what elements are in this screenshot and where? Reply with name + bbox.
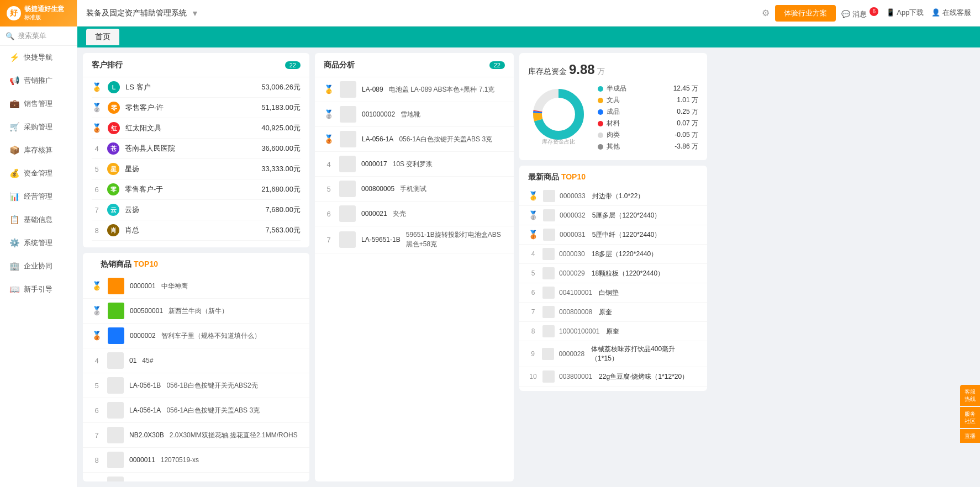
rank-num: 6 (92, 186, 102, 194)
new-product-row: 8 10000100001 原奎 (519, 322, 707, 341)
messages-link[interactable]: 💬 消息 6 (841, 7, 878, 19)
customer-name: 零售客户-于 (125, 184, 256, 194)
customer-row: 6 零 零售客户-于 21,680.00元 (92, 179, 301, 200)
product-code: 0000002 (130, 332, 156, 340)
product-code: LA-056-1A (362, 135, 393, 143)
new-product-row: 4 0000030 18多层（1220*2440） (519, 245, 707, 264)
product-image (543, 229, 555, 241)
trial-btn[interactable]: 体验行业方案 (775, 5, 836, 22)
purchase-icon: 🛒 (9, 122, 19, 132)
search-menu[interactable]: 🔍 搜索菜单 (0, 27, 77, 46)
product-image (542, 306, 555, 318)
medal-icon: 🥇 (528, 191, 539, 201)
legend-label: 成品 (607, 107, 673, 117)
logo-text: 畅捷通好生意 标准版 (24, 5, 64, 22)
customer-name: 零售客户-许 (125, 103, 256, 113)
product-code: 0000030 (559, 250, 585, 258)
new-product-row: 5 0000029 18颗粒板（1220*2440） (519, 264, 707, 283)
legend-label: 半成品 (607, 84, 670, 93)
product-analysis-row: 🥉 LA-056-1A 056-1A白色按键开关盖ABS 3克 (315, 127, 514, 152)
rank-num: 9 (528, 350, 538, 358)
float-btn-0[interactable]: 客服 热线 (960, 385, 980, 406)
rank-num: 8 (92, 456, 102, 464)
customer-badge: 红 (108, 122, 120, 134)
customer-amount: 53,006.26元 (261, 82, 301, 92)
inventory-icon: 📦 (9, 145, 19, 155)
product-image (542, 267, 555, 279)
legend-item: 半成品 12.45 万 (598, 84, 698, 93)
product-image (542, 348, 554, 360)
product-code: 0000021 (361, 210, 387, 218)
product-code: 0000032 (560, 211, 586, 219)
product-analysis-row: 4 0000017 10S 变利罗浆 (315, 152, 514, 177)
medal-icon: 🥈 (92, 306, 102, 316)
product-code: 000800005 (361, 185, 394, 193)
product-image (340, 81, 356, 98)
new-product-row: 🥉 0000031 5厘中纤（1220*2440） (519, 225, 707, 245)
customer-row: 🥈 零 零售客户-许 51,183.00元 (92, 98, 301, 118)
medal-icon: 🥉 (324, 134, 334, 144)
medal-icon: 🥉 (528, 230, 539, 240)
donut-chart: 库存资金占比 (528, 84, 589, 145)
product-image (107, 377, 124, 394)
legend-item: 文具 1.01 万 (598, 96, 698, 105)
rank-num: 6 (92, 406, 102, 415)
legend-item: 成品 0.25 万 (598, 107, 698, 117)
tab-home[interactable]: 首页 (86, 29, 119, 45)
topbar-title: 装备及固定资产辅助管理系统 ▼ (86, 8, 756, 18)
online-service-link[interactable]: 👤 在线客服 (931, 8, 971, 18)
sidebar-item-sales[interactable]: 💼销售管理 (0, 92, 77, 115)
sidebar-item-finance[interactable]: 💰资金管理 (0, 162, 77, 185)
float-btn-1[interactable]: 服务 社区 (960, 407, 980, 428)
hot-product-row: 🥉 0000002 智利车子里（规格不知道填什么） (83, 324, 309, 348)
sidebar-item-inventory[interactable]: 📦库存核算 (0, 139, 77, 162)
product-code: 001000002 (362, 110, 395, 118)
legend-dot (598, 144, 603, 150)
product-name: 18多层（1220*2440） (592, 250, 657, 259)
nav-tabs: 首页 (77, 27, 980, 47)
product-name: 59651-1B旋转投影灯电池盒ABS黑色+58克 (406, 230, 505, 249)
new-product-row: 10 003800001 22g鱼豆腐·烧烤味（1*12*20） (519, 367, 707, 387)
customer-badge: 肖 (107, 224, 119, 236)
hot-product-row: 4 01 45# (83, 348, 309, 373)
legend-dot (598, 86, 603, 92)
product-code: 0000011 (129, 456, 155, 464)
float-btn-2[interactable]: 直播 (960, 429, 980, 443)
inventory-card: 库存总资金 9.88 万 库存资金占比 (519, 53, 707, 160)
product-name: 白钢垫 (599, 288, 619, 298)
product-name: 原奎 (599, 308, 612, 317)
legend-label: 其他 (607, 142, 671, 151)
medal-icon: 🥉 (92, 331, 102, 341)
sidebar-item-quick-nav[interactable]: ⚡快捷导航 (0, 46, 77, 69)
sidebar-item-basics[interactable]: 📋基础信息 (0, 208, 77, 231)
app-download-link[interactable]: 📱 App下载 (886, 8, 924, 18)
customer-amount: 51,183.00元 (261, 103, 301, 113)
sidebar-item-system[interactable]: ⚙️系统管理 (0, 231, 77, 255)
sidebar-item-operations[interactable]: 📊经营管理 (0, 185, 77, 208)
product-image (340, 131, 356, 147)
legend-dot (598, 121, 603, 126)
sidebar-item-guide[interactable]: 📖新手引导 (0, 278, 77, 301)
hot-product-row: 8 0000011 12070519-xs (83, 448, 309, 473)
sidebar-item-marketing[interactable]: 📢营销推广 (0, 69, 77, 92)
settings-icon[interactable]: ⚙ (762, 8, 770, 18)
sidebar-item-company[interactable]: 🏢企业协同 (0, 255, 77, 278)
product-analysis-title: 商品分析 (324, 60, 355, 70)
topbar-dropdown-icon[interactable]: ▼ (191, 9, 199, 18)
customer-row: 8 肖 肖总 7,563.00元 (92, 220, 301, 241)
hot-product-row: 6 LA-056-1A 056-1A白色按键开关盖ABS 3克 (83, 398, 309, 423)
sidebar: 好 畅捷通好生意 标准版 🔍 搜索菜单 ⚡快捷导航📢营销推广💼销售管理🛒采购管理… (0, 0, 77, 487)
rank-num: 4 (92, 145, 102, 153)
medal-icon: 🥇 (92, 82, 102, 92)
sidebar-item-purchase[interactable]: 🛒采购管理 (0, 115, 77, 139)
rank-num: 9 (92, 481, 102, 482)
new-products-list: 🥇 0000033 封边带（1.0*22） 🥈 0000032 5厘多层（122… (519, 187, 707, 387)
customer-name: LS 客户 (125, 82, 256, 92)
customer-badge: 云 (107, 204, 119, 216)
new-product-row: 🥇 0000033 封边带（1.0*22） (519, 187, 707, 206)
customer-badge: 苍 (107, 142, 119, 155)
rank-num: 8 (528, 327, 538, 335)
rank-num: 5 (324, 185, 334, 193)
customer-amount: 36,600.00元 (261, 144, 301, 153)
new-product-row: 7 000800008 原奎 (519, 303, 707, 322)
